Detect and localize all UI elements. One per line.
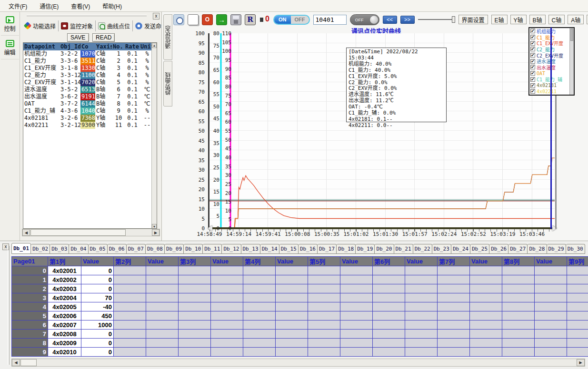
empty-cell[interactable]: [179, 339, 211, 348]
legend-checkbox[interactable]: ✔: [530, 53, 535, 58]
tab-Db_19[interactable]: Db_19: [356, 244, 375, 254]
empty-cell[interactable]: [535, 348, 567, 357]
empty-cell[interactable]: [470, 330, 502, 339]
empty-cell[interactable]: [211, 293, 243, 302]
empty-cell[interactable]: [211, 330, 243, 339]
empty-cell[interactable]: [211, 302, 243, 311]
empty-cell[interactable]: [373, 330, 405, 339]
scroll-right-arrow-icon[interactable]: ▶: [152, 229, 159, 236]
empty-cell[interactable]: [340, 339, 373, 348]
empty-cell[interactable]: [146, 275, 179, 284]
empty-cell[interactable]: [502, 339, 535, 348]
empty-cell[interactable]: [438, 348, 470, 357]
empty-cell[interactable]: [373, 293, 405, 302]
empty-cell[interactable]: [179, 293, 211, 302]
empty-cell[interactable]: [179, 348, 211, 357]
empty-cell[interactable]: [276, 302, 308, 311]
edit-button[interactable]: 编辑: [1, 37, 19, 59]
empty-cell[interactable]: [567, 275, 588, 284]
tab-trend-curve[interactable]: 趋势曲线: [163, 61, 172, 107]
tab-Db_01[interactable]: Db_01: [11, 243, 31, 254]
empty-cell[interactable]: [535, 311, 567, 320]
next-button[interactable]: >>: [400, 16, 415, 24]
axis-button[interactable]: A轴: [568, 15, 584, 24]
empty-cell[interactable]: [308, 293, 340, 302]
empty-cell[interactable]: [276, 320, 308, 330]
register-value-cell[interactable]: 0: [81, 284, 114, 293]
tab-Db_08[interactable]: Db_08: [146, 244, 165, 254]
empty-cell[interactable]: [405, 266, 438, 275]
tab-Db_24[interactable]: Db_24: [451, 244, 470, 254]
empty-cell[interactable]: [114, 348, 146, 357]
empty-cell[interactable]: [567, 302, 588, 311]
empty-cell[interactable]: [308, 330, 340, 339]
empty-cell[interactable]: [146, 302, 179, 311]
empty-cell[interactable]: [438, 330, 470, 339]
empty-cell[interactable]: [535, 275, 567, 284]
empty-cell[interactable]: [114, 311, 146, 320]
register-name-cell[interactable]: 4x02007: [48, 320, 81, 330]
empty-cell[interactable]: [308, 284, 340, 293]
register-name-cell[interactable]: 4x02010: [48, 348, 81, 357]
empty-cell[interactable]: [211, 284, 243, 293]
empty-cell[interactable]: [243, 284, 276, 293]
copy-document-icon[interactable]: [188, 14, 199, 25]
table-row[interactable]: 44x02005-40: [12, 302, 588, 311]
panel-tab[interactable]: 监控对象: [59, 20, 96, 31]
empty-cell[interactable]: [405, 311, 438, 320]
empty-cell[interactable]: [114, 302, 146, 311]
chart-cursor-line[interactable]: [550, 28, 552, 229]
table-row[interactable]: OAT3-7-26144B轴80.1℃: [23, 100, 157, 107]
empty-cell[interactable]: [567, 320, 588, 330]
stop-icon[interactable]: O: [202, 14, 213, 25]
legend-checkbox[interactable]: ✔: [530, 77, 535, 82]
panel-tab[interactable]: 曲线点位: [96, 20, 133, 31]
empty-cell[interactable]: [243, 293, 276, 302]
empty-cell[interactable]: [405, 348, 438, 357]
empty-cell[interactable]: [373, 284, 405, 293]
empty-cell[interactable]: [438, 320, 470, 330]
table-row[interactable]: 出水温度3-6-29191B轴70.1℃: [23, 93, 157, 100]
empty-cell[interactable]: [373, 302, 405, 311]
menu-item[interactable]: 帮助(H): [97, 0, 128, 11]
register-value-cell[interactable]: 0: [81, 266, 114, 275]
tab-Db_05[interactable]: Db_05: [89, 244, 108, 254]
empty-cell[interactable]: [535, 284, 567, 293]
empty-cell[interactable]: [438, 339, 470, 348]
empty-cell[interactable]: [405, 302, 438, 311]
empty-cell[interactable]: [567, 311, 588, 320]
legend-scrollbar[interactable]: [569, 28, 574, 95]
grid-vertical-scrollbar[interactable]: ▲ ▼: [151, 43, 157, 229]
empty-cell[interactable]: [179, 330, 211, 339]
empty-cell[interactable]: [373, 348, 405, 357]
empty-cell[interactable]: [405, 293, 438, 302]
empty-cell[interactable]: [179, 284, 211, 293]
ui-settings-button[interactable]: 界面设置: [458, 15, 488, 24]
axis-button[interactable]: C轴: [548, 15, 565, 24]
legend-checkbox[interactable]: ✔: [530, 35, 535, 39]
empty-cell[interactable]: [340, 293, 373, 302]
menu-item[interactable]: 通信(E): [34, 0, 64, 11]
tab-comm-status[interactable]: 通信状态: [163, 14, 172, 60]
tab-Db_02[interactable]: Db_02: [31, 244, 50, 254]
empty-cell[interactable]: [114, 284, 146, 293]
tab-Db_11[interactable]: Db_11: [203, 244, 222, 254]
tab-Db_22[interactable]: Db_22: [413, 244, 432, 254]
empty-cell[interactable]: [405, 320, 438, 330]
empty-cell[interactable]: [438, 266, 470, 275]
empty-cell[interactable]: [502, 311, 535, 320]
legend-checkbox[interactable]: ✔: [530, 59, 535, 64]
table-row[interactable]: C2_能力3-3-121100C轴40.1%: [23, 72, 157, 79]
empty-cell[interactable]: [405, 330, 438, 339]
empty-cell[interactable]: [567, 348, 588, 357]
register-value-cell[interactable]: 70: [81, 293, 114, 302]
table-row[interactable]: 94x020100: [12, 348, 588, 357]
prev-button[interactable]: <<: [383, 16, 397, 24]
empty-cell[interactable]: [502, 330, 535, 339]
zoom-slider[interactable]: [418, 16, 455, 23]
empty-cell[interactable]: [276, 330, 308, 339]
empty-cell[interactable]: [308, 275, 340, 284]
legend-checkbox[interactable]: ✔: [530, 65, 535, 69]
empty-cell[interactable]: [340, 275, 373, 284]
empty-cell[interactable]: [535, 266, 567, 275]
